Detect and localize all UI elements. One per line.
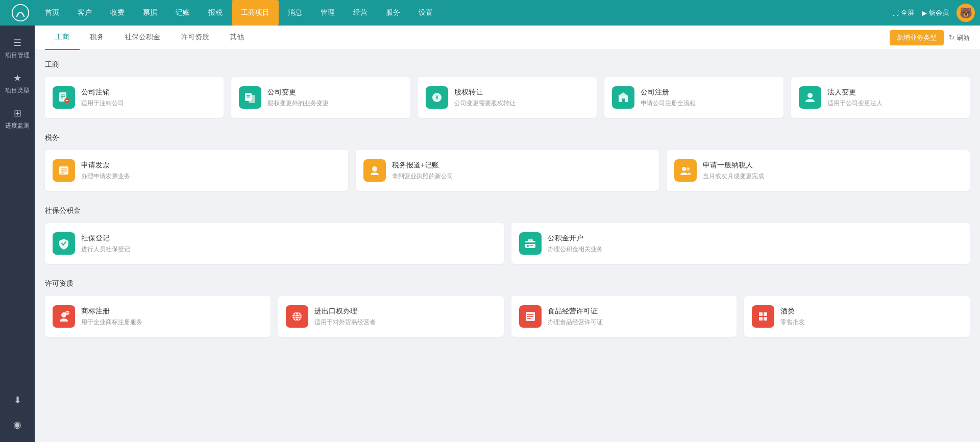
nav-tax[interactable]: 报税 <box>199 0 232 26</box>
nav-accounting[interactable]: 记账 <box>166 0 199 26</box>
card-apply-invoice[interactable]: 申请发票 办理申请发票业务 <box>45 150 348 191</box>
sidebar-label-progress: 进度监测 <box>5 121 30 130</box>
apply-invoice-title: 申请发票 <box>81 161 130 170</box>
vip-icon: ▶ <box>922 9 927 17</box>
food-license-desc: 办理食品经营许可证 <box>548 318 603 327</box>
svg-rect-27 <box>529 245 533 246</box>
company-cancel-desc: 适用于注销公司 <box>81 99 124 108</box>
card-food-license[interactable]: 食品经营许可证 办理食品经营许可证 <box>511 296 737 337</box>
refresh-label: 刷新 <box>957 33 970 42</box>
svg-text:™: ™ <box>66 312 69 315</box>
sidebar-item-download[interactable]: ⬇ <box>0 388 35 412</box>
card-alcohol[interactable]: 酒类 零售批发 <box>744 296 970 337</box>
card-social-insurance[interactable]: 社保登记 进行人员社保登记 <box>45 223 504 264</box>
card-import-export[interactable]: 进出口权办理 适用于对外贸易经营者 <box>278 296 504 337</box>
equity-transfer-icon: ¥ <box>426 86 448 109</box>
provident-fund-desc: 办理公积金相关业务 <box>548 245 603 254</box>
nav-message[interactable]: 消息 <box>279 0 311 26</box>
fullscreen-button[interactable]: ⛶ 全屏 <box>892 8 914 17</box>
tab-gongshang[interactable]: 工商 <box>45 26 80 50</box>
svg-rect-42 <box>764 312 767 316</box>
nav-fee[interactable]: 收费 <box>101 0 134 26</box>
apply-invoice-info: 申请发票 办理申请发票业务 <box>81 161 130 181</box>
legal-change-desc: 适用于公司变更法人 <box>827 99 883 108</box>
legal-change-title: 法人变更 <box>827 88 883 97</box>
card-legal-change[interactable]: 法人变更 适用于公司变更法人 <box>791 77 970 118</box>
card-tax-report[interactable]: 税务报道+记账 拿到营业执照的新公司 <box>356 150 659 191</box>
company-cancel-icon <box>53 86 75 109</box>
sidebar-item-project-type[interactable]: ★ 项目类型 <box>0 66 35 101</box>
card-company-register[interactable]: 公司注册 申请公司注册全流程 <box>604 77 783 118</box>
tab-shuiwu[interactable]: 税务 <box>80 26 114 50</box>
card-company-cancel[interactable]: 公司注销 适用于注销公司 <box>45 77 224 118</box>
company-register-desc: 申请公司注册全流程 <box>641 99 696 108</box>
svg-rect-15 <box>622 99 625 102</box>
alcohol-title: 酒类 <box>780 307 805 316</box>
import-export-desc: 适用于对外贸易经营者 <box>314 318 376 327</box>
svg-text:¥: ¥ <box>435 95 438 101</box>
sidebar-item-project-management[interactable]: ☰ 项目管理 <box>0 31 35 66</box>
tab-other[interactable]: 其他 <box>219 26 254 50</box>
svg-rect-41 <box>759 312 763 316</box>
vip-label: 畅会员 <box>929 8 949 17</box>
company-change-info: 公司变更 股权变更外的业务变更 <box>267 88 329 108</box>
card-trademark[interactable]: ™ 商标注册 用于企业商标注册服务 <box>45 296 271 337</box>
import-export-title: 进出口权办理 <box>314 307 376 316</box>
company-change-title: 公司变更 <box>267 88 329 97</box>
nav-operation[interactable]: 经营 <box>344 0 377 26</box>
card-provident-fund[interactable]: 公积金开户 办理公积金相关业务 <box>511 223 970 264</box>
nav-settings[interactable]: 设置 <box>409 0 442 26</box>
company-register-title: 公司注册 <box>641 88 696 97</box>
trademark-title: 商标注册 <box>81 307 142 316</box>
trademark-icon: ™ <box>53 305 75 328</box>
star-icon: ★ <box>11 72 23 84</box>
nav-service[interactable]: 服务 <box>377 0 409 26</box>
top-navigation: 首页 客户 收费 票据 记账 报税 工商项目 消息 管理 经营 服务 设置 ⛶ … <box>0 0 980 26</box>
settings-icon: ◉ <box>11 419 23 431</box>
general-taxpayer-icon <box>674 159 697 182</box>
download-icon: ⬇ <box>11 394 23 406</box>
tab-shebao[interactable]: 社保公积金 <box>114 26 170 50</box>
section-title-shuiwu: 税务 <box>45 133 970 142</box>
logo <box>5 4 36 22</box>
main-layout: ☰ 项目管理 ★ 项目类型 ⊞ 进度监测 ⬇ ◉ 工商 税务 社保公积金 许可资… <box>0 26 980 442</box>
company-register-icon <box>612 86 634 109</box>
nav-invoice[interactable]: 票据 <box>134 0 166 26</box>
nav-business[interactable]: 工商项目 <box>232 0 279 26</box>
alcohol-desc: 零售批发 <box>780 318 805 327</box>
section-title-xuke: 许可资质 <box>45 279 970 288</box>
fullscreen-label: 全屏 <box>901 8 914 17</box>
tax-report-icon <box>363 159 386 182</box>
gongshang-cards: 公司注销 适用于注销公司 公司变更 <box>45 77 970 118</box>
user-avatar[interactable]: 🐻 <box>957 4 975 22</box>
company-change-icon <box>239 86 261 109</box>
card-general-taxpayer[interactable]: 申请一般纳税人 当月或次月成变更完成 <box>667 150 970 191</box>
nav-manage[interactable]: 管理 <box>311 0 344 26</box>
svg-rect-43 <box>759 317 763 321</box>
apply-invoice-icon <box>53 159 75 182</box>
provident-fund-icon <box>519 232 542 255</box>
svg-rect-25 <box>525 242 535 244</box>
tab-bar: 工商 税务 社保公积金 许可资质 其他 新增业务类型 ↻ 刷新 <box>35 26 980 50</box>
sidebar-item-progress[interactable]: ⊞ 进度监测 <box>0 101 35 136</box>
nav-customer[interactable]: 客户 <box>68 0 101 26</box>
sidebar-item-settings-bottom[interactable]: ◉ <box>0 412 35 437</box>
card-equity-transfer[interactable]: ¥ 股权转让 公司变更需要股权转让 <box>418 77 597 118</box>
nav-home[interactable]: 首页 <box>36 0 68 26</box>
apply-invoice-desc: 办理申请发票业务 <box>81 172 130 181</box>
tab-xuke[interactable]: 许可资质 <box>170 26 219 50</box>
vip-button[interactable]: ▶ 畅会员 <box>922 8 949 17</box>
tax-report-title: 税务报道+记账 <box>392 161 453 170</box>
food-license-icon <box>519 305 542 328</box>
add-type-button[interactable]: 新增业务类型 <box>890 30 944 45</box>
svg-point-26 <box>527 245 529 247</box>
refresh-button[interactable]: ↻ 刷新 <box>949 33 970 42</box>
sidebar-bottom: ⬇ ◉ <box>0 388 35 442</box>
progress-icon: ⊞ <box>11 107 23 119</box>
social-insurance-title: 社保登记 <box>81 234 130 243</box>
legal-change-info: 法人变更 适用于公司变更法人 <box>827 88 883 108</box>
logo-icon <box>11 4 30 22</box>
card-company-change[interactable]: 公司变更 股权变更外的业务变更 <box>231 77 410 118</box>
alcohol-info: 酒类 零售批发 <box>780 307 805 327</box>
scroll-content[interactable]: 工商 公司注销 适用 <box>35 50 980 442</box>
